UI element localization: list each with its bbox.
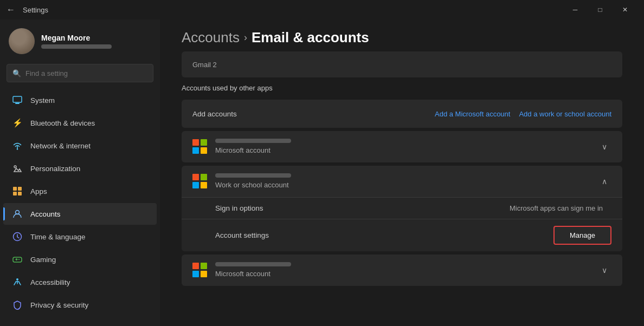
ms-logo-q4 bbox=[201, 147, 207, 154]
work-school-text: Work or school account bbox=[215, 173, 590, 190]
microsoft-account-2-card: Microsoft account ∨ bbox=[182, 255, 622, 286]
avatar-image bbox=[9, 28, 35, 54]
svg-rect-7 bbox=[18, 192, 22, 195]
privacy-icon bbox=[12, 299, 23, 310]
ms-logo-q3 bbox=[192, 147, 199, 154]
network-icon bbox=[12, 140, 23, 151]
sidebar-item-label-network: Network & internet bbox=[30, 142, 91, 150]
sidebar-item-gaming[interactable]: Gaming bbox=[3, 249, 157, 270]
user-name: Megan Moore bbox=[41, 34, 151, 42]
add-microsoft-link[interactable]: Add a Microsoft account bbox=[435, 110, 510, 118]
breadcrumb-current: Email & accounts bbox=[252, 29, 369, 46]
sidebar-item-privacy[interactable]: Privacy & security bbox=[3, 294, 157, 316]
svg-point-2 bbox=[17, 148, 18, 149]
title-bar-controls: ─ □ ✕ bbox=[563, 0, 637, 19]
microsoft-account-2-row[interactable]: Microsoft account ∨ bbox=[182, 255, 622, 286]
close-button[interactable]: ✕ bbox=[613, 0, 637, 19]
ms-logo-work-q4 bbox=[201, 182, 207, 188]
add-accounts-label: Add accounts bbox=[192, 110, 435, 118]
work-school-row[interactable]: Work or school account ∧ bbox=[182, 166, 622, 197]
sidebar-item-bluetooth[interactable]: ⚡ Bluetooth & devices bbox=[3, 112, 157, 134]
ms-logo-work-q3 bbox=[192, 182, 199, 188]
sidebar-item-label-privacy: Privacy & security bbox=[30, 301, 88, 309]
work-account-name-bar bbox=[215, 173, 291, 178]
maximize-button[interactable]: □ bbox=[588, 0, 613, 19]
accessibility-icon bbox=[12, 277, 23, 288]
work-school-card: Work or school account ∧ Sign in options… bbox=[182, 166, 622, 251]
user-info: Megan Moore bbox=[41, 34, 151, 49]
sidebar-item-network[interactable]: Network & internet bbox=[3, 135, 157, 157]
svg-point-11 bbox=[18, 259, 20, 260]
svg-rect-1 bbox=[15, 103, 20, 104]
account-settings-row: Account settings Manage bbox=[182, 219, 622, 251]
svg-point-12 bbox=[16, 278, 18, 281]
account-name-bar-2 bbox=[215, 262, 291, 266]
app-title: Settings bbox=[23, 6, 48, 14]
user-section: Megan Moore bbox=[0, 19, 160, 60]
microsoft-account-1-card: Microsoft account ∨ bbox=[182, 131, 622, 162]
bluetooth-icon: ⚡ bbox=[12, 118, 23, 128]
work-school-chevron[interactable]: ∧ bbox=[597, 175, 611, 188]
add-work-link[interactable]: Add a work or school account bbox=[519, 110, 611, 118]
sidebar-item-label-accounts: Accounts bbox=[30, 210, 61, 218]
user-email-bar bbox=[41, 44, 112, 49]
microsoft-logo-2 bbox=[192, 263, 208, 278]
ms-logo-2-q4 bbox=[201, 271, 207, 277]
ms-logo-q1 bbox=[192, 139, 199, 146]
microsoft-account-1-text: Microsoft account bbox=[215, 139, 590, 155]
sidebar-item-accessibility[interactable]: Accessibility bbox=[3, 271, 157, 293]
main-content: Accounts › Email & accounts Gmail 2 Acco… bbox=[160, 19, 644, 326]
svg-point-3 bbox=[14, 166, 16, 168]
system-icon bbox=[12, 95, 23, 106]
breadcrumb-separator: › bbox=[244, 32, 247, 43]
sidebar-item-label-bluetooth: Bluetooth & devices bbox=[30, 119, 95, 127]
ms-logo-q2 bbox=[201, 139, 207, 146]
ms-logo-2-q2 bbox=[201, 263, 207, 269]
microsoft-account-2-chevron[interactable]: ∨ bbox=[597, 264, 611, 277]
search-icon: 🔍 bbox=[12, 69, 21, 77]
ms-logo-work-q1 bbox=[192, 174, 199, 180]
microsoft-account-2-label: Microsoft account bbox=[215, 270, 271, 278]
sign-in-options-label: Sign in options bbox=[215, 204, 510, 212]
ms-logo-2-q3 bbox=[192, 271, 199, 277]
microsoft-account-1-label: Microsoft account bbox=[215, 146, 271, 154]
microsoft-account-1-chevron[interactable]: ∨ bbox=[597, 140, 611, 153]
sidebar-item-system[interactable]: System bbox=[3, 89, 157, 111]
sidebar-item-apps[interactable]: Apps bbox=[3, 180, 157, 202]
avatar[interactable] bbox=[9, 28, 35, 54]
sidebar-item-time[interactable]: Time & language bbox=[3, 226, 157, 247]
sidebar-item-accounts[interactable]: Accounts bbox=[3, 203, 157, 225]
app-body: Megan Moore 🔍 System ⚡ Bluetooth & devic… bbox=[0, 19, 644, 326]
manage-button[interactable]: Manage bbox=[553, 226, 611, 245]
sidebar-item-personalization[interactable]: Personalization bbox=[3, 158, 157, 179]
sign-in-status: Microsoft apps can sign me in bbox=[510, 204, 603, 212]
gmail-label: Gmail 2 bbox=[192, 61, 217, 69]
microsoft-logo-1 bbox=[192, 139, 208, 154]
sidebar-item-label-gaming: Gaming bbox=[30, 256, 56, 264]
partial-gmail-row: Gmail 2 bbox=[182, 51, 622, 77]
title-bar-left: ← Settings bbox=[7, 5, 563, 15]
minimize-button[interactable]: ─ bbox=[563, 0, 588, 19]
svg-rect-4 bbox=[13, 187, 17, 191]
work-school-label: Work or school account bbox=[215, 181, 289, 189]
add-accounts-card: Add accounts Add a Microsoft account Add… bbox=[182, 100, 622, 128]
sidebar-item-label-accessibility: Accessibility bbox=[30, 278, 70, 286]
breadcrumb-parent[interactable]: Accounts bbox=[182, 29, 240, 46]
account-settings-label: Account settings bbox=[215, 231, 553, 239]
microsoft-account-2-text: Microsoft account bbox=[215, 262, 590, 278]
sign-in-options-row: Sign in options Microsoft apps can sign … bbox=[182, 197, 622, 219]
svg-rect-0 bbox=[13, 96, 22, 102]
svg-rect-6 bbox=[13, 192, 17, 195]
sidebar-item-label-time: Time & language bbox=[30, 233, 86, 241]
back-icon[interactable]: ← bbox=[7, 5, 15, 15]
add-accounts-row: Add accounts Add a Microsoft account Add… bbox=[182, 100, 622, 128]
sidebar-item-label-personalization: Personalization bbox=[30, 165, 80, 173]
search-box[interactable]: 🔍 bbox=[7, 64, 153, 82]
breadcrumb: Accounts › Email & accounts bbox=[160, 19, 644, 51]
title-bar: ← Settings ─ □ ✕ bbox=[0, 0, 644, 19]
microsoft-account-1-row[interactable]: Microsoft account ∨ bbox=[182, 131, 622, 162]
search-input[interactable] bbox=[25, 69, 147, 77]
ms-logo-work-q2 bbox=[201, 174, 207, 180]
gaming-icon bbox=[12, 254, 23, 265]
sidebar-item-label-apps: Apps bbox=[30, 187, 47, 195]
